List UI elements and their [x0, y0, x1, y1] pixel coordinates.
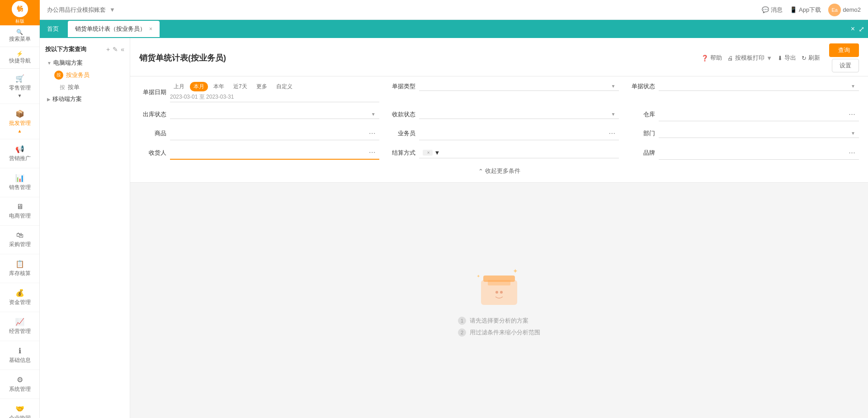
sidebar-quicknav[interactable]: ⚡ 快捷导航: [0, 47, 39, 69]
filter-salesperson: 业务员 ···: [379, 127, 619, 140]
settle-tag-close[interactable]: ×: [427, 150, 430, 155]
sidebar-item-management[interactable]: 📈 经营管理: [0, 312, 39, 341]
tab-close-all-btn[interactable]: ×: [851, 25, 855, 33]
date-tab-custom[interactable]: 自定义: [273, 82, 296, 91]
pay-chevron: ▼: [611, 112, 615, 117]
empty-steps: 1 请先选择要分析的方案 2 用过滤条件来缩小分析范围: [458, 317, 540, 337]
order-type-label: 单据类型: [388, 82, 415, 90]
tab-current[interactable]: 销货单统计表（按业务员） ×: [68, 21, 160, 37]
order-type-select[interactable]: ▼: [419, 82, 619, 91]
warehouse-select[interactable]: ···: [659, 108, 859, 121]
export-icon: ⬇: [778, 55, 783, 62]
logo: 畅 标版: [0, 0, 40, 25]
sidebar-item-wholesale[interactable]: 📦 批发管理 ▲: [0, 104, 39, 139]
date-tab-thisyear[interactable]: 本年: [210, 82, 228, 91]
tabbar: 首页 销货单统计表（按业务员） × × ⤢: [40, 20, 868, 38]
basic-icon: ℹ: [19, 347, 21, 355]
print-btn[interactable]: 🖨 按模板打印 ▼: [727, 54, 772, 62]
sidebar-item-inventory[interactable]: 📋 库存核算: [0, 254, 39, 283]
sidebar-item-system[interactable]: ⚙ 系统管理: [0, 370, 39, 399]
management-icon: 📈: [15, 318, 24, 326]
svg-text:✦: ✦: [476, 274, 480, 279]
help-label: 帮助: [710, 54, 722, 62]
sidebar-search[interactable]: 🔍 搜索菜单: [0, 25, 39, 47]
logo-abbr: 畅: [17, 5, 23, 13]
left-panel: 按以下方案查询 + ✎ « ▼ 电脑端方案 按 按业务员 按 按单: [40, 38, 130, 418]
sidebar-item-sales[interactable]: 📊 销售管理: [0, 168, 39, 197]
retail-label: 零售管理: [9, 84, 31, 92]
date-tab-7days[interactable]: 近7天: [230, 82, 251, 91]
warehouse-label: 仓库: [628, 110, 655, 119]
app-download-btn[interactable]: 📱 App下载: [790, 6, 821, 14]
ecommerce-label: 电商管理: [9, 212, 31, 220]
sidebar-item-finance[interactable]: 💰 资金管理: [0, 283, 39, 312]
help-btn[interactable]: ❓ 帮助: [701, 54, 722, 62]
empty-step-2: 2 用过滤条件来缩小分析范围: [458, 328, 540, 337]
user-menu[interactable]: Ea demo2: [828, 4, 861, 16]
add-scheme-btn[interactable]: +: [106, 46, 110, 53]
query-button[interactable]: 查询: [829, 43, 859, 57]
inventory-label: 库存核算: [9, 270, 31, 277]
tab-close-btn[interactable]: ×: [149, 26, 152, 32]
sidebar-item-basic[interactable]: ℹ 基础信息: [0, 341, 39, 370]
filter-dept: 部门 ▼: [619, 129, 859, 138]
tab-current-label: 销货单统计表（按业务员）: [75, 25, 146, 33]
order-status-select[interactable]: ▼: [659, 82, 859, 91]
tab-home[interactable]: 首页: [40, 20, 66, 38]
pay-status-select[interactable]: ▼: [419, 110, 619, 119]
set-button[interactable]: 设置: [832, 59, 859, 72]
tree-salesperson[interactable]: 按 按业务员: [40, 69, 130, 81]
export-btn[interactable]: ⬇ 导出: [778, 54, 796, 62]
step1-num: 1: [458, 317, 466, 325]
finance-icon: 💰: [15, 289, 24, 297]
left-panel-header: 按以下方案查询 + ✎ «: [40, 42, 130, 57]
company-dropdown-icon[interactable]: ▼: [109, 6, 115, 13]
tree-pc-section[interactable]: ▼ 电脑端方案: [40, 57, 130, 69]
query-btns: 查询 设置: [826, 43, 859, 72]
collapse-panel-btn[interactable]: «: [121, 46, 124, 53]
right-panel: 销货单统计表(按业务员) ❓ 帮助 🖨 按模板打印 ▼ ⬇ 导出: [130, 38, 868, 418]
filter-date: 单据日期 上月 本月 本年 近7天 更多 自定义 2023-03-01 至 20…: [139, 82, 379, 102]
svg-point-5: [495, 291, 498, 294]
inventory-icon: 📋: [15, 260, 24, 268]
edit-scheme-btn[interactable]: ✎: [113, 46, 118, 53]
date-tab-thismonth[interactable]: 本月: [190, 82, 208, 91]
tree-mobile-section[interactable]: ▶ 移动端方案: [40, 93, 130, 105]
salesperson-select[interactable]: ···: [419, 127, 619, 140]
step2-text: 用过滤条件来缩小分析范围: [470, 328, 540, 337]
basic-label: 基础信息: [9, 356, 31, 364]
goods-select[interactable]: ···: [170, 127, 379, 140]
tab-maximize-btn[interactable]: ⤢: [859, 25, 864, 33]
receiver-select[interactable]: ···: [170, 146, 379, 160]
message-btn[interactable]: 💬 消息: [762, 6, 783, 14]
dept-select[interactable]: ▼: [659, 129, 859, 138]
settle-select[interactable]: × ▼: [419, 147, 619, 158]
by-order-label: 按单: [68, 83, 80, 91]
message-icon: 💬: [762, 6, 769, 13]
date-tab-more[interactable]: 更多: [253, 82, 271, 91]
salesperson-label: 业务员: [388, 129, 415, 138]
svg-point-6: [500, 291, 503, 294]
empty-state: ✦ ✦ 1 请先选择要分析的方案: [458, 264, 540, 337]
sidebar-item-enterprise[interactable]: 🤝 企业协同: [0, 399, 39, 418]
tree-mobile-label: 移动端方案: [52, 95, 82, 103]
retail-icon: 🛒: [15, 74, 24, 83]
refresh-btn[interactable]: ↻ 刷新: [802, 54, 820, 62]
sidebar-item-retail[interactable]: 🛒 零售管理 ▼: [0, 69, 39, 104]
filter-pay-status: 收款状态 ▼: [379, 110, 619, 119]
collapse-btn[interactable]: ⌃ 收起更多条件: [478, 167, 520, 175]
brand-select[interactable]: ···: [659, 146, 859, 160]
date-tab-lastmonth[interactable]: 上月: [170, 82, 188, 91]
left-panel-title: 按以下方案查询: [45, 45, 86, 53]
filter-settle: 结算方式 × ▼: [379, 147, 619, 158]
tree-by-order[interactable]: 按 按单: [40, 81, 130, 93]
sidebar-item-purchase[interactable]: 🛍 采购管理: [0, 226, 39, 254]
quicknav-icon: ⚡: [16, 51, 23, 57]
sidebar-item-ecommerce[interactable]: 🖥 电商管理: [0, 197, 39, 226]
filter-stock-status: 出库状态 ▼: [139, 110, 379, 119]
logo-label: 标版: [15, 18, 24, 24]
svg-rect-2: [488, 280, 510, 285]
salesperson-scheme-icon: 按: [54, 71, 63, 80]
sidebar-item-marketing[interactable]: 📢 营销推广: [0, 139, 39, 168]
stock-status-select[interactable]: ▼: [170, 110, 379, 119]
